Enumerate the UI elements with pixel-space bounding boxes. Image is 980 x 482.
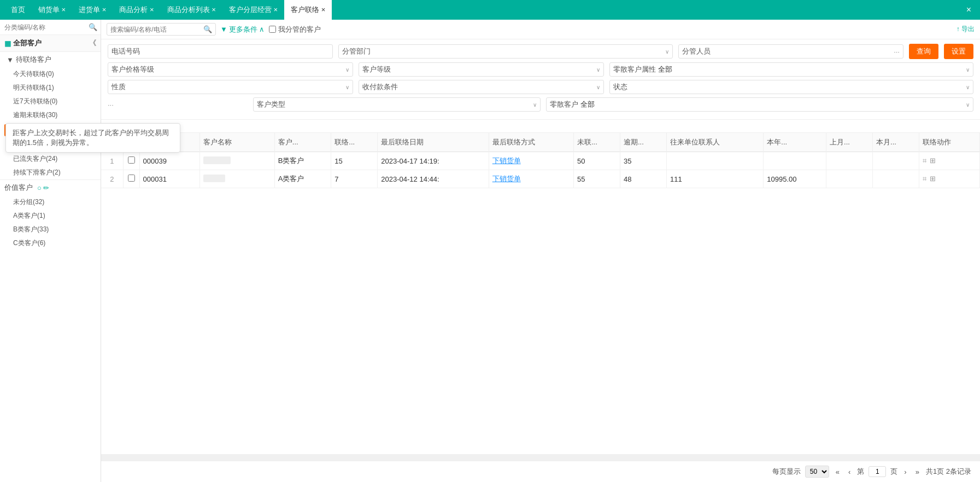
nav-purchase[interactable]: 进货单 × (72, 0, 113, 20)
customer-type-field[interactable]: 客户类型 ∨ (253, 97, 541, 112)
sidebar-item-unclassified[interactable]: 未分组(32) (0, 195, 101, 209)
dept-field[interactable]: 分管部门 ∨ (338, 44, 672, 59)
page-suffix: 页 (890, 467, 897, 477)
sidebar-item-continuously-down[interactable]: 持续下滑客户(2) (0, 166, 101, 179)
sidebar: 🔍 ▦ 全部客户 《 ▼ 待联络客户 今天待联络(0) 明天待联络(1) 近7天… (0, 20, 101, 482)
row2-this-month (873, 170, 919, 188)
nav-product-analysis[interactable]: 商品分析 × (113, 0, 160, 20)
filter-row-4: ··· 客户类型 ∨ 零散客户 全部 ∨ (108, 97, 973, 112)
page-first-btn[interactable]: « (834, 467, 842, 477)
row1-actions: ⌗ ⊞ (919, 152, 980, 170)
col-header-overdue: 逾期... (620, 133, 666, 152)
search-box[interactable]: 🔍 (107, 23, 216, 36)
my-customers-checkbox[interactable] (269, 26, 276, 33)
retail-customer-field[interactable]: 零散客户 全部 ∨ (546, 97, 973, 112)
status-field[interactable]: 状态 ∨ (609, 80, 973, 94)
table-row: 1 000039 B类客户 15 2023-04-17 14:19: 下销货单 … (101, 152, 980, 170)
row1-no-contact: 50 (573, 152, 620, 170)
sidebar-item-overdue[interactable]: 逾期未联络(30) (0, 108, 101, 122)
row1-action-icons: ⌗ ⊞ (923, 156, 976, 165)
payment-terms-field[interactable]: 收付款条件 ∨ (359, 80, 604, 94)
row2-this-year: 10995.00 (764, 170, 826, 188)
row2-name (200, 170, 274, 188)
col-header-name: 客户名称 (200, 133, 274, 152)
person-more-btn[interactable]: ··· (894, 48, 900, 56)
row2-actions: ⌗ ⊞ (919, 170, 980, 188)
window-close-button[interactable]: × (962, 5, 976, 15)
tooltip-box: 距客户上次交易时长，超过了此客户的平均交易周期的1.5倍，则视为异常。 (101, 123, 180, 153)
person-field[interactable]: 分管人员 ··· (678, 44, 903, 59)
export-button[interactable]: ↑ 导出 (956, 25, 975, 34)
customer-level-field[interactable]: 客户等级 ∨ (359, 62, 604, 77)
table-header: 客户编码 客户名称 客户... 联络... 最后联络日期 最后联络方式 未联..… (101, 133, 980, 152)
query-button[interactable]: 查询 (909, 44, 938, 59)
col-header-last-contact-method: 最后联络方式 (489, 133, 573, 152)
row1-checkbox[interactable] (128, 156, 135, 164)
filter-bar: 🔍 ▼ 更多条件 ∧ 我分管的客户 ↑ 导出 (101, 20, 980, 39)
col-header-contact-count: 联络... (331, 133, 378, 152)
sidebar-item-class-b[interactable]: B类客户(33) (0, 223, 101, 236)
search-icon-main[interactable]: 🔍 (203, 25, 212, 33)
row1-check[interactable] (123, 152, 139, 170)
row1-last-month (826, 152, 873, 170)
chevron-icon: ∧ (259, 25, 265, 33)
search-icon[interactable]: 🔍 (89, 23, 97, 31)
more-dots-btn[interactable]: ··· (108, 101, 114, 109)
nav-customer-tier[interactable]: 客户分层经营 × (222, 0, 284, 20)
pending-contact-group[interactable]: ▼ 待联络客户 (0, 52, 101, 67)
retail-customer-attr-field[interactable]: 零散客户属性 全部 ∨ (609, 62, 973, 77)
more-conditions-btn[interactable]: ▼ 更多条件 ∧ (220, 25, 265, 34)
sidebar-search-input[interactable] (4, 24, 86, 31)
per-page-label: 每页显示 (772, 467, 801, 477)
my-customers-checkbox-wrapper[interactable]: 我分管的客户 (269, 25, 321, 34)
sidebar-item-class-a[interactable]: A类客户(1) (0, 209, 101, 223)
value-customer-edit-btn[interactable]: ○ ✏ (37, 184, 49, 192)
nav-sales[interactable]: 销货单 × (32, 0, 72, 20)
table-header-top: ⚙ (101, 120, 980, 133)
horizontal-scrollbar[interactable] (101, 454, 980, 461)
row1-unit-contact (666, 152, 763, 170)
sidebar-item-today[interactable]: 今天待联络(0) (0, 67, 101, 81)
page-input[interactable] (868, 466, 886, 477)
row2-name-placeholder (203, 175, 225, 182)
col-header-this-month: 本月... (873, 133, 919, 152)
table-area: 客户编码 客户名称 客户... 联络... 最后联络日期 最后联络方式 未联..… (101, 133, 980, 454)
sidebar-search-bar[interactable]: 🔍 (0, 20, 101, 35)
all-customers-title: ▦ 全部客户 《 (0, 35, 101, 52)
pagination: 每页显示 50 « ‹ 第 页 › » 共1页 2条记录 (101, 461, 980, 482)
nav-customer-contact[interactable]: 客户联络 × (284, 0, 332, 20)
customer-price-level-field[interactable]: 客户价格等级 ∨ (108, 62, 353, 77)
gender-arrow: ∨ (345, 84, 349, 90)
row2-check[interactable] (123, 170, 139, 188)
row1-this-year (764, 152, 826, 170)
row1-grid-icon[interactable]: ⊞ (930, 156, 936, 165)
nav-home[interactable]: 首页 (4, 0, 32, 20)
row1-last-method[interactable]: 下销货单 (489, 152, 573, 170)
gender-field[interactable]: 性质 ∨ (108, 80, 353, 94)
row2-link-icon[interactable]: ⌗ (923, 175, 926, 183)
row2-grid-icon[interactable]: ⊞ (930, 175, 936, 183)
phone-field[interactable]: 电话号码 (108, 44, 333, 59)
search-input[interactable] (110, 26, 201, 33)
settings-button[interactable]: 设置 (944, 44, 973, 59)
row2-action-icons: ⌗ ⊞ (923, 175, 976, 183)
per-page-select[interactable]: 50 (805, 466, 829, 478)
col-header-type: 客户... (274, 133, 331, 152)
sidebar-item-already-lost[interactable]: 已流失客户(24) (0, 152, 101, 166)
collapse-sidebar-btn[interactable]: 《 (89, 38, 96, 48)
col-header-last-month: 上月... (826, 133, 873, 152)
sidebar-item-7days[interactable]: 近7天待联络(0) (0, 95, 101, 108)
col-header-last-contact-date: 最后联络日期 (378, 133, 489, 152)
row2-checkbox[interactable] (128, 175, 135, 182)
row1-link-icon[interactable]: ⌗ (923, 156, 926, 165)
page-prev-btn[interactable]: ‹ (846, 467, 853, 477)
row2-index: 2 (101, 170, 123, 188)
sidebar-item-class-c[interactable]: C类客户(6) (0, 236, 101, 250)
sidebar-item-tomorrow[interactable]: 明天待联络(1) (0, 81, 101, 95)
row2-no-contact: 55 (573, 170, 620, 188)
row2-last-method[interactable]: 下销货单 (489, 170, 573, 188)
page-last-btn[interactable]: » (913, 467, 922, 477)
page-next-btn[interactable]: › (902, 467, 908, 477)
nav-product-list[interactable]: 商品分析列表 × (161, 0, 222, 20)
row1-last-date: 2023-04-17 14:19: (378, 152, 489, 170)
